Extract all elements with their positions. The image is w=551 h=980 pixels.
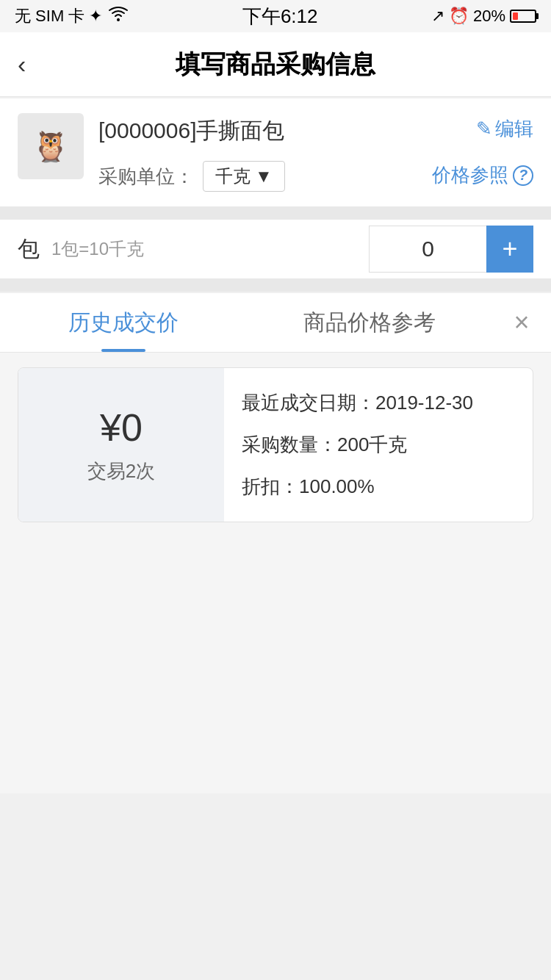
dropdown-chevron-icon: ▼ — [255, 166, 273, 187]
trade-count: 交易2次 — [87, 458, 155, 484]
battery-percent: 20% — [473, 7, 505, 26]
unit-label: 采购单位： — [98, 164, 194, 190]
price-left-panel: ¥0 交易2次 — [18, 368, 224, 522]
product-thumbnail: 🦉 — [18, 113, 84, 179]
tab-price-reference[interactable]: 商品价格参考 — [246, 293, 492, 352]
edit-button[interactable]: ✎ 编辑 — [476, 116, 533, 142]
nav-bar: ‹ 填写商品采购信息 — [0, 32, 551, 97]
quantity-plus-button[interactable]: + — [486, 226, 533, 273]
purchase-qty-value: 200千克 — [337, 433, 407, 455]
product-left: 🦉 [0000006]手撕面包 采购单位： 千克 ▼ — [18, 113, 285, 192]
discount-row: 折扣：100.00% — [242, 472, 515, 501]
discount-label: 折扣： — [242, 475, 299, 497]
discount-value: 100.00% — [299, 475, 375, 497]
unit-select-dropdown[interactable]: 千克 ▼ — [203, 161, 285, 192]
last-date-row: 最近成交日期：2019-12-30 — [242, 389, 515, 417]
product-info: [0000006]手撕面包 采购单位： 千克 ▼ — [98, 113, 285, 192]
price-amount: ¥0 — [100, 406, 143, 450]
product-unit-row: 采购单位： 千克 ▼ — [98, 161, 285, 192]
edit-label: 编辑 — [495, 116, 533, 142]
help-circle-icon: ? — [513, 165, 533, 186]
unit-value: 千克 — [215, 165, 251, 188]
product-logo-icon: 🦉 — [32, 129, 69, 164]
section-divider-2 — [0, 278, 551, 292]
status-bar: 无 SIM 卡 ✦ 下午6:12 ↗ ⏰ 20% — [0, 0, 551, 32]
status-time: 下午6:12 — [242, 4, 318, 29]
price-card-container: ¥0 交易2次 最近成交日期：2019-12-30 采购数量：200千克 折扣：… — [0, 353, 551, 793]
back-button[interactable]: ‹ — [18, 50, 26, 79]
edit-icon: ✎ — [476, 118, 492, 140]
battery-icon — [510, 10, 536, 23]
tabs-container: 历史成交价 商品价格参考 × — [0, 293, 551, 353]
quantity-unit-label: 包 — [18, 234, 40, 264]
price-reference-button[interactable]: 价格参照 ? — [432, 162, 533, 188]
product-header: 🦉 [0000006]手撕面包 采购单位： 千克 ▼ ✎ 编辑 价格参照 — [18, 113, 533, 192]
quantity-row: 包 1包=10千克 + — [0, 220, 551, 278]
alarm-icon: ⏰ — [449, 7, 469, 26]
quantity-input-area: + — [369, 226, 533, 273]
status-right: ↗ ⏰ 20% — [431, 7, 536, 26]
status-left: 无 SIM 卡 ✦ — [15, 5, 129, 27]
tab-historical-price[interactable]: 历史成交价 — [0, 293, 246, 352]
purchase-qty-row: 采购数量：200千克 — [242, 430, 515, 459]
quantity-unit-hint: 1包=10千克 — [51, 237, 357, 261]
svg-point-0 — [117, 18, 120, 21]
location-icon: ↗ — [431, 7, 444, 26]
wifi-icon — [108, 6, 129, 26]
price-right-panel: 最近成交日期：2019-12-30 采购数量：200千克 折扣：100.00% — [224, 368, 533, 522]
tab-price-reference-label: 商品价格参考 — [303, 308, 436, 338]
quantity-input[interactable] — [369, 226, 486, 273]
tabs-close-button[interactable]: × — [492, 293, 551, 352]
purchase-qty-label: 采购数量： — [242, 433, 337, 455]
last-date-value: 2019-12-30 — [375, 392, 473, 414]
tab-active-indicator — [101, 349, 145, 352]
section-divider — [0, 206, 551, 220]
page-title: 填写商品采购信息 — [176, 48, 375, 82]
price-ref-label: 价格参照 — [432, 162, 508, 188]
product-section: 🦉 [0000006]手撕面包 采购单位： 千克 ▼ ✎ 编辑 价格参照 — [0, 98, 551, 206]
product-name: [0000006]手撕面包 — [98, 116, 285, 146]
last-date-label: 最近成交日期： — [242, 392, 375, 414]
tab-historical-price-label: 历史成交价 — [68, 308, 179, 338]
price-card: ¥0 交易2次 最近成交日期：2019-12-30 采购数量：200千克 折扣：… — [18, 367, 533, 522]
sim-text: 无 SIM 卡 ✦ — [15, 5, 102, 27]
